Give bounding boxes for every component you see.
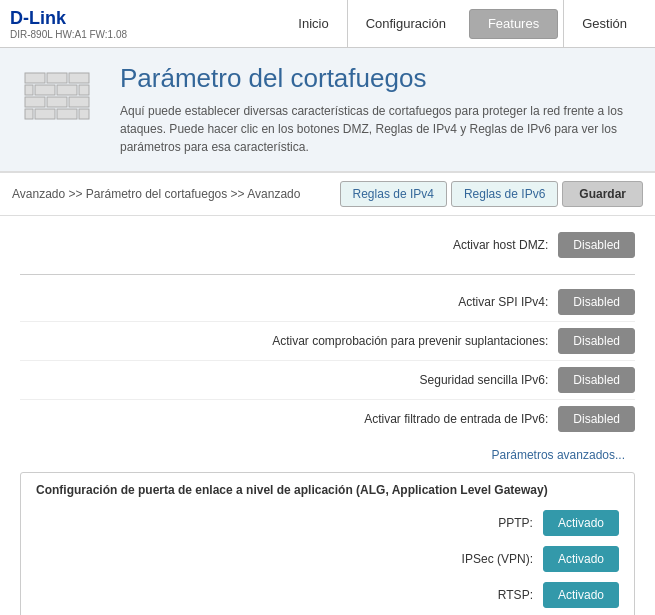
- dmz-toggle[interactable]: Disabled: [558, 232, 635, 258]
- logo-area: D-Link DIR-890L HW:A1 FW:1.08: [10, 8, 127, 40]
- spi-section: Activar SPI IPv4: Disabled Activar compr…: [20, 283, 635, 438]
- hero-icon: [20, 63, 100, 136]
- spoof-row: Activar comprobación para prevenir supla…: [20, 322, 635, 361]
- svg-rect-12: [25, 109, 33, 119]
- firewall-icon: [20, 63, 100, 133]
- svg-rect-10: [35, 109, 55, 119]
- save-button[interactable]: Guardar: [562, 181, 643, 207]
- svg-rect-11: [57, 109, 77, 119]
- header: D-Link DIR-890L HW:A1 FW:1.08 Inicio Con…: [0, 0, 655, 48]
- rtsp-label: RTSP:: [36, 588, 543, 602]
- svg-rect-3: [35, 85, 55, 95]
- svg-rect-2: [69, 73, 89, 83]
- logo-subtitle: DIR-890L HW:A1 FW:1.08: [10, 29, 127, 40]
- advanced-link[interactable]: Parámetros avanzados...: [20, 448, 635, 462]
- svg-rect-7: [25, 97, 45, 107]
- ipsec-label: IPSec (VPN):: [36, 552, 543, 566]
- alg-title: Configuración de puerta de enlace a nive…: [36, 483, 619, 497]
- ipv6-simple-toggle[interactable]: Disabled: [558, 367, 635, 393]
- ipv6-filter-label: Activar filtrado de entrada de IPv6:: [20, 412, 558, 426]
- content-area: Activar host DMZ: Disabled Activar SPI I…: [0, 216, 655, 615]
- ipsec-toggle[interactable]: Activado: [543, 546, 619, 572]
- ipv4-rules-button[interactable]: Reglas de IPv4: [340, 181, 447, 207]
- spoof-label: Activar comprobación para prevenir supla…: [20, 334, 558, 348]
- divider-1: [20, 274, 635, 275]
- rtsp-row: RTSP: Activado: [36, 577, 619, 613]
- ipv6-simple-row: Seguridad sencilla IPv6: Disabled: [20, 361, 635, 400]
- rtsp-toggle[interactable]: Activado: [543, 582, 619, 608]
- breadcrumb: Avanzado >> Parámetro del cortafuegos >>…: [12, 187, 340, 201]
- hero-description: Aquí puede establecer diversas caracterí…: [120, 102, 635, 156]
- svg-rect-8: [47, 97, 67, 107]
- svg-rect-13: [79, 109, 89, 119]
- pptp-row: PPTP: Activado: [36, 505, 619, 541]
- pptp-label: PPTP:: [36, 516, 543, 530]
- svg-rect-9: [69, 97, 89, 107]
- ipv6-filter-toggle[interactable]: Disabled: [558, 406, 635, 432]
- ipv6-rules-button[interactable]: Reglas de IPv6: [451, 181, 558, 207]
- ipv6-filter-row: Activar filtrado de entrada de IPv6: Dis…: [20, 400, 635, 438]
- spoof-toggle[interactable]: Disabled: [558, 328, 635, 354]
- spi-toggle[interactable]: Disabled: [558, 289, 635, 315]
- ipsec-row: IPSec (VPN): Activado: [36, 541, 619, 577]
- svg-rect-5: [25, 85, 33, 95]
- svg-rect-4: [57, 85, 77, 95]
- nav-configuracion[interactable]: Configuración: [347, 0, 464, 48]
- pptp-toggle[interactable]: Activado: [543, 510, 619, 536]
- hero-text: Parámetro del cortafuegos Aquí puede est…: [120, 63, 635, 156]
- svg-rect-1: [47, 73, 67, 83]
- action-buttons: Reglas de IPv4 Reglas de IPv6 Guardar: [340, 181, 643, 207]
- spi-row: Activar SPI IPv4: Disabled: [20, 283, 635, 322]
- logo: D-Link: [10, 8, 127, 29]
- dmz-row: Activar host DMZ: Disabled: [20, 226, 635, 264]
- hero-section: Parámetro del cortafuegos Aquí puede est…: [0, 48, 655, 173]
- dmz-section: Activar host DMZ: Disabled: [20, 226, 635, 264]
- svg-rect-6: [79, 85, 89, 95]
- svg-rect-0: [25, 73, 45, 83]
- page-title: Parámetro del cortafuegos: [120, 63, 635, 94]
- nav-features[interactable]: Features: [469, 9, 558, 39]
- action-bar: Avanzado >> Parámetro del cortafuegos >>…: [0, 173, 655, 216]
- nav-gestion[interactable]: Gestión: [563, 0, 645, 48]
- ipv6-simple-label: Seguridad sencilla IPv6:: [20, 373, 558, 387]
- spi-label: Activar SPI IPv4:: [20, 295, 558, 309]
- nav-inicio[interactable]: Inicio: [280, 0, 346, 48]
- alg-section: Configuración de puerta de enlace a nive…: [20, 472, 635, 615]
- dmz-label: Activar host DMZ:: [20, 238, 558, 252]
- nav-links: Inicio Configuración Features Gestión: [280, 0, 645, 48]
